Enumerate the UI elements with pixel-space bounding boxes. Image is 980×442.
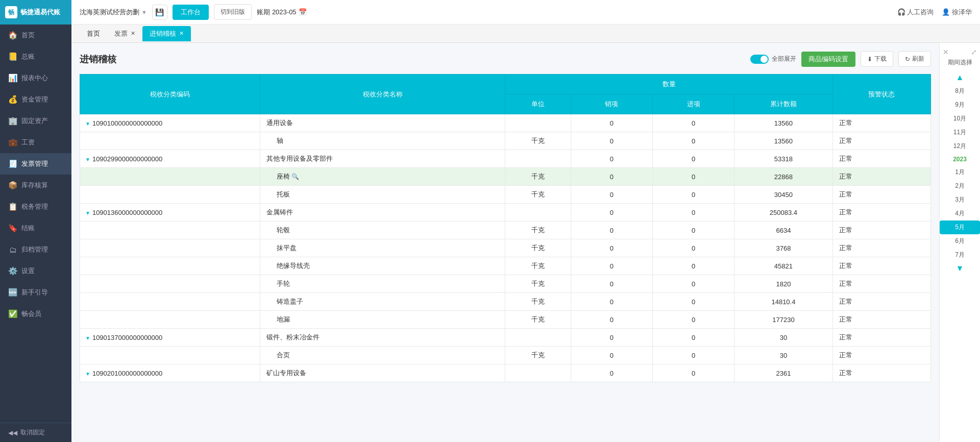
- table-row: 托板 千克 0 0 30450 正常: [80, 186, 931, 204]
- period-month-item[interactable]: 9月: [940, 98, 980, 112]
- toggle-all-switch[interactable]: [750, 55, 769, 64]
- cell-tax-code: [80, 132, 260, 150]
- cell-total: 177230: [734, 311, 832, 329]
- period-month-item[interactable]: 7月: [940, 248, 980, 262]
- oldver-button[interactable]: 切到旧版: [214, 4, 252, 20]
- cell-tax-code: [80, 275, 260, 293]
- cell-unit: 千克: [505, 257, 571, 275]
- headset-icon: 🎧: [897, 8, 905, 16]
- sidebar-item-archive[interactable]: 🗂 归档管理: [0, 239, 71, 260]
- period-month-item[interactable]: 10月: [940, 112, 980, 126]
- cell-sales: 0: [571, 150, 652, 168]
- cell-total: 14810.4: [734, 293, 832, 311]
- period-month-item[interactable]: 4月: [940, 207, 980, 220]
- period-display: 账期 2023-05 📅: [257, 8, 307, 17]
- cell-unit: 千克: [505, 347, 571, 364]
- panel-down-icon[interactable]: ▼: [954, 262, 966, 275]
- collapse-icon[interactable]: ▼: [85, 157, 90, 162]
- cell-tax-code: [80, 347, 260, 364]
- period-month-item[interactable]: 3月: [940, 193, 980, 207]
- close-panel-button[interactable]: ✕: [943, 48, 949, 56]
- sidebar-item-member[interactable]: ✅ 畅会员: [0, 303, 71, 325]
- pin-button[interactable]: ◀◀ 取消固定: [0, 423, 71, 442]
- cell-tax-name: 轮毂: [260, 222, 505, 239]
- period-month-item[interactable]: 12月: [940, 139, 980, 153]
- header-actions: 全部展开 商品编码设置 ⬇ 下载 ↻ 刷新: [750, 51, 931, 67]
- sidebar-item-salary[interactable]: 💼 工资: [0, 132, 71, 153]
- period-month-item[interactable]: 8月: [940, 84, 980, 98]
- period-select-title: 期间选择: [948, 58, 972, 67]
- refresh-btn[interactable]: ↻ 刷新: [898, 51, 931, 67]
- sidebar-item-invoice[interactable]: 🧾 发票管理: [0, 153, 71, 175]
- col-total: 累计数额: [734, 94, 832, 114]
- expand-panel-button[interactable]: ⤢: [971, 48, 977, 56]
- sidebar-item-label: 资金管理: [21, 95, 48, 104]
- cell-sales: 0: [571, 293, 652, 311]
- sidebar-item-label: 设置: [21, 266, 35, 276]
- save-icon: 💾: [155, 8, 164, 16]
- cell-purchase: 0: [652, 150, 734, 168]
- sidebar-item-funds[interactable]: 💰 资金管理: [0, 89, 71, 110]
- cell-warning: 正常: [832, 311, 930, 329]
- sidebar-item-label: 税务管理: [21, 202, 48, 211]
- panel-up-icon[interactable]: ▲: [954, 71, 966, 84]
- table-row: 铸造盖子 千克 0 0 14810.4 正常: [80, 293, 931, 311]
- search-icon[interactable]: 🔍: [291, 173, 299, 180]
- col-warning: 预警状态: [832, 75, 930, 114]
- collapse-icon[interactable]: ▼: [85, 335, 90, 341]
- company-selector[interactable]: 沈海英测试经营勿删 ▼: [80, 8, 147, 17]
- inventory-icon: 📦: [8, 181, 17, 190]
- sidebar-item-settle[interactable]: 🔖 结账: [0, 217, 71, 239]
- period-month-item[interactable]: 11月: [940, 126, 980, 139]
- cell-tax-name: 铸造盖子: [260, 293, 505, 311]
- period-month-item[interactable]: 6月: [940, 234, 980, 248]
- sidebar-item-label: 库存核算: [21, 181, 48, 190]
- cell-total: 3768: [734, 239, 832, 257]
- calendar-icon[interactable]: 📅: [299, 8, 307, 16]
- col-tax-name: 税收分类名称: [260, 75, 505, 114]
- reports-icon: 📊: [8, 73, 17, 83]
- col-unit: 单位: [505, 94, 571, 114]
- cell-warning: 正常: [832, 329, 930, 347]
- sidebar-item-tax[interactable]: 📋 税务管理: [0, 196, 71, 217]
- save-button[interactable]: 💾: [152, 5, 167, 20]
- period-value: 2023-05: [272, 8, 297, 16]
- download-btn[interactable]: ⬇ 下载: [861, 51, 893, 67]
- invoice-icon: 🧾: [8, 159, 17, 168]
- sidebar-item-guide[interactable]: 🆕 新手引导: [0, 282, 71, 303]
- cell-warning: 正常: [832, 150, 930, 168]
- table-row: 抹平盘 千克 0 0 3768 正常: [80, 239, 931, 257]
- cell-tax-name: 座椅 🔍: [260, 168, 505, 186]
- cell-tax-name: 合页: [260, 347, 505, 364]
- user-profile[interactable]: 👤 徐泽华: [942, 8, 972, 17]
- cell-warning: 正常: [832, 293, 930, 311]
- product-code-btn[interactable]: 商品编码设置: [801, 52, 855, 67]
- content-area: 进销稽核 全部展开 商品编码设置 ⬇ 下载 ↻ 刷新: [71, 43, 939, 442]
- tab-invoice-close-icon[interactable]: ✕: [131, 30, 135, 37]
- workbench-button[interactable]: 工作台: [173, 5, 209, 20]
- sidebar-item-home[interactable]: 🏠 首页: [0, 24, 71, 46]
- collapse-icon[interactable]: ▼: [85, 210, 90, 216]
- cell-total: 30: [734, 347, 832, 364]
- collapse-icon[interactable]: ▼: [85, 371, 90, 377]
- tab-reconcile-close-icon[interactable]: ✕: [179, 30, 184, 37]
- tab-reconcile-label: 进销稽核: [150, 29, 176, 38]
- collapse-icon[interactable]: ▼: [85, 121, 90, 127]
- cell-sales: 0: [571, 257, 652, 275]
- period-month-item[interactable]: 2月: [940, 179, 980, 193]
- support-button[interactable]: 🎧 人工咨询: [897, 8, 934, 17]
- sidebar-item-inventory[interactable]: 📦 库存核算: [0, 175, 71, 196]
- period-month-item[interactable]: 5月: [940, 220, 980, 234]
- sidebar-item-assets[interactable]: 🏢 固定资产: [0, 110, 71, 132]
- period-month-item[interactable]: 1月: [940, 165, 980, 179]
- tab-home[interactable]: 首页: [80, 26, 107, 41]
- tabbar: 首页 发票 ✕ 进销稽核 ✕: [71, 24, 980, 43]
- sidebar-item-label: 畅会员: [21, 309, 41, 318]
- sidebar-item-reports[interactable]: 📊 报表中心: [0, 67, 71, 89]
- cell-sales: 0: [571, 204, 652, 222]
- col-quantity-group: 数量: [505, 75, 832, 94]
- sidebar-item-settings[interactable]: ⚙️ 设置: [0, 260, 71, 282]
- tab-reconcile[interactable]: 进销稽核 ✕: [142, 26, 191, 41]
- tab-invoice[interactable]: 发票 ✕: [107, 26, 142, 41]
- sidebar-item-ledger[interactable]: 📒 总账: [0, 46, 71, 67]
